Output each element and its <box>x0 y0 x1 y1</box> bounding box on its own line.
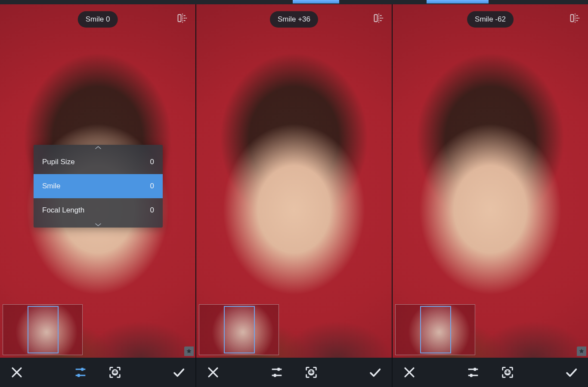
checkmark-icon <box>564 365 579 380</box>
favorite-toggle[interactable] <box>184 346 194 356</box>
option-row-focal-length[interactable]: Focal Length 0 <box>34 198 163 222</box>
checkmark-icon <box>171 365 186 380</box>
compare-button[interactable] <box>373 12 385 24</box>
svg-point-32 <box>508 371 509 373</box>
preview-panel-1: Smile +36 <box>196 4 393 358</box>
close-icon <box>206 365 220 380</box>
face-detect-button[interactable] <box>108 365 122 380</box>
panels-row: Smile 0 Pupil Size 0 Smile 0 Focal <box>0 4 588 358</box>
parameter-pill-label: Smile 0 <box>86 15 110 23</box>
top-tab-active-1[interactable] <box>293 0 339 3</box>
face-detect-button[interactable] <box>304 365 319 380</box>
svg-rect-20 <box>274 374 276 377</box>
svg-point-14 <box>115 371 117 373</box>
option-value: 0 <box>150 206 154 215</box>
option-label: Pupil Size <box>42 158 75 166</box>
svg-rect-4 <box>571 15 574 22</box>
svg-rect-18 <box>277 368 280 371</box>
option-row-smile[interactable]: Smile 0 <box>34 174 163 198</box>
svg-point-13 <box>113 371 115 373</box>
parameter-pill-label: Smile +36 <box>278 15 310 23</box>
navigator-thumbnail[interactable] <box>3 304 83 355</box>
toolbar-group-0 <box>0 358 196 387</box>
toolbar-group-2 <box>393 358 588 387</box>
checkmark-icon <box>368 365 382 380</box>
navigator-thumbnail[interactable] <box>199 304 279 355</box>
sliders-icon <box>73 365 88 380</box>
confirm-button[interactable] <box>171 365 186 380</box>
parameter-pill: Smile -62 <box>467 11 514 28</box>
navigator-viewport[interactable] <box>420 306 451 353</box>
parameter-options-popup[interactable]: Pupil Size 0 Smile 0 Focal Length 0 <box>34 145 163 228</box>
compare-split-icon <box>373 12 385 24</box>
svg-point-22 <box>309 371 311 373</box>
adjust-button[interactable] <box>73 365 88 380</box>
cancel-button[interactable] <box>9 365 24 380</box>
svg-point-23 <box>312 371 313 373</box>
option-label: Smile <box>42 182 61 190</box>
bottom-toolbar <box>0 358 588 387</box>
sliders-icon <box>466 365 480 380</box>
confirm-button[interactable] <box>368 365 382 380</box>
svg-rect-9 <box>81 368 84 371</box>
close-icon <box>9 365 24 380</box>
face-detect-icon <box>108 365 122 380</box>
star-icon <box>186 348 192 354</box>
compare-button[interactable] <box>176 12 189 24</box>
chevron-down-icon[interactable] <box>34 222 163 228</box>
face-detect-button[interactable] <box>500 365 515 380</box>
compare-button[interactable] <box>569 12 581 24</box>
compare-split-icon <box>569 12 581 24</box>
svg-rect-29 <box>470 374 473 377</box>
preview-panel-0: Smile 0 Pupil Size 0 Smile 0 Focal <box>0 4 196 358</box>
option-value: 0 <box>150 158 154 166</box>
option-row-pupil-size[interactable]: Pupil Size 0 <box>34 150 163 174</box>
preview-panel-2: Smile -62 <box>393 4 588 358</box>
sliders-icon <box>269 365 284 380</box>
top-tab-strip <box>0 0 588 4</box>
adjust-button[interactable] <box>269 365 284 380</box>
navigator-viewport[interactable] <box>224 306 255 353</box>
adjust-button[interactable] <box>466 365 480 380</box>
parameter-pill-label: Smile -62 <box>475 15 506 23</box>
svg-rect-0 <box>178 15 181 22</box>
top-tab-active-2[interactable] <box>427 0 489 3</box>
parameter-pill: Smile +36 <box>270 11 318 28</box>
star-icon <box>579 348 585 354</box>
navigator-viewport[interactable] <box>28 306 59 353</box>
option-value: 0 <box>150 182 154 190</box>
confirm-button[interactable] <box>564 365 579 380</box>
svg-rect-2 <box>374 15 378 22</box>
parameter-pill: Smile 0 <box>78 11 118 28</box>
option-label: Focal Length <box>42 206 84 215</box>
favorite-toggle[interactable] <box>577 346 586 356</box>
chevron-up-icon[interactable] <box>34 145 163 150</box>
svg-point-31 <box>506 371 507 373</box>
face-detect-icon <box>304 365 319 380</box>
cancel-button[interactable] <box>402 365 417 380</box>
toolbar-group-1 <box>196 358 393 387</box>
compare-split-icon <box>176 12 189 24</box>
cancel-button[interactable] <box>206 365 220 380</box>
face-detect-icon <box>500 365 515 380</box>
svg-rect-11 <box>77 374 80 377</box>
svg-rect-27 <box>473 368 476 371</box>
navigator-thumbnail[interactable] <box>395 304 475 355</box>
close-icon <box>402 365 417 380</box>
